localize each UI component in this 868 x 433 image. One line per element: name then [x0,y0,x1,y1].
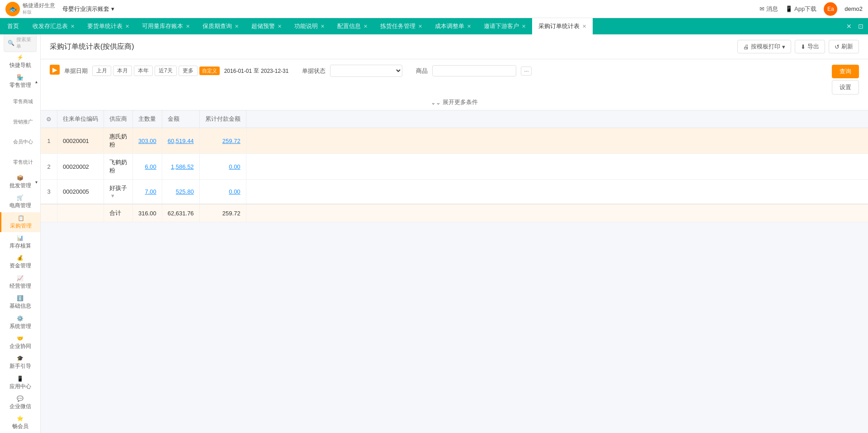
supplier-expand-icon[interactable]: ▾ [111,192,114,199]
tab-yaohuodantongjibiao[interactable]: 要货单统计表 ✕ [81,18,136,34]
sidebar-item-operations[interactable]: 📈 经营管理 [0,272,40,292]
row-paid[interactable]: 259.72 [199,128,246,154]
sidebar-item-app-center[interactable]: 📱 应用中心 [0,373,40,393]
tab-label: 配置信息 [337,22,361,30]
sidebar-item-search[interactable]: 🔍 搜索菜单 [0,34,40,52]
th-settings[interactable]: ⚙ [41,110,57,128]
tab-chengben[interactable]: 成本调整单 ✕ [429,18,477,34]
close-icon[interactable]: ✕ [71,24,75,29]
shortcut-more[interactable]: 更多 [179,66,198,76]
sidebar-item-purchase[interactable]: 📋 采购管理 [0,212,40,232]
logo-sub: 标版 [23,9,55,15]
goods-input[interactable] [432,65,516,76]
row-qty[interactable]: 6.00 [133,154,162,180]
user-avatar[interactable]: Ea [824,2,837,16]
table-header-row: ⚙ 往来单位编码 供应商 主数量 金额 [41,110,868,128]
nav-close-button[interactable]: ✕ [844,21,854,32]
settings-button[interactable]: 设置 [832,80,859,95]
expand-more-button[interactable]: ⌄⌄ 展开更多条件 [431,98,478,106]
row-amount[interactable]: 60,519.44 [162,128,199,154]
close-icon[interactable]: ✕ [418,24,422,29]
tab-gongneng[interactable]: 功能说明 ✕ [288,18,331,34]
close-icon[interactable]: ✕ [467,24,471,29]
sidebar-item-retail-stats[interactable]: 零售统计 [0,152,40,172]
close-icon[interactable]: ✕ [363,24,368,29]
tab-keyongliang[interactable]: 可用量库存账本 ✕ [136,18,196,34]
sidebar-item-membership[interactable]: 会员中心 [0,132,40,152]
filter-top-row: 单据日期 上月 本月 本年 近7天 更多 自定义 2016-01-01 至 [64,65,827,77]
row-code: 00020005 [57,180,104,205]
sidebar-item-inventory[interactable]: 📊 库存核算 [0,232,40,252]
row-index: 1 [41,128,57,154]
chevron-down-icon: ▾ [782,43,785,50]
new-guide-icon: 🎓 [17,355,24,362]
tab-caigoudan-active[interactable]: 采购订单统计表 ✕ [532,18,593,34]
row-paid[interactable]: 0.00 [199,180,246,205]
tab-label: 功能说明 [294,22,318,30]
close-icon[interactable]: ✕ [522,24,526,29]
export-button[interactable]: ⬇ 导出 [795,40,825,53]
tab-label: 超储预警 [251,22,275,30]
tab-home[interactable]: 首页 [0,18,26,34]
sidebar-item-new-guide[interactable]: 🎓 新手引导 [0,353,40,373]
header-actions: 🖨 按模板打印 ▾ ⬇ 导出 ↺ 刷新 [737,40,859,53]
query-button[interactable]: 查询 [832,65,859,78]
shortcut-this-year[interactable]: 本年 [134,66,153,76]
tab-shoufahuizonbiao[interactable]: 收发存汇总表 ✕ [26,18,81,34]
sidebar-item-label: 零售统计 [13,159,33,166]
logo-text-group: 畅捷通好生意 标版 [23,2,55,15]
tab-baozhouqi[interactable]: 保质期查询 ✕ [196,18,245,34]
nav-tabs: 首页 收发存汇总表 ✕ 要货单统计表 ✕ 可用量库存账本 ✕ 保质期查询 ✕ 超… [0,18,868,34]
goods-ellipsis-button[interactable]: ··· [521,67,532,76]
sidebar-item-shortcuts[interactable]: ⚡ 快捷导航 [0,52,40,71]
filter-toggle-button[interactable]: ▶ [50,65,60,75]
sidebar-item-finance[interactable]: 💰 资金管理 [0,252,40,272]
sidebar-item-retail-shop[interactable]: 零售商城 [0,92,40,112]
nav-restore-button[interactable]: ⊡ [855,21,866,32]
shortcut-7-days[interactable]: 近7天 [155,66,177,76]
tab-jianhuo[interactable]: 拣货任务管理 ✕ [374,18,429,34]
print-button[interactable]: 🖨 按模板打印 ▾ [737,40,791,53]
sidebar-item-marketing[interactable]: 营销推广 [0,112,40,132]
row-empty [246,128,868,154]
workspace-selector[interactable]: 母婴行业演示账套 ▾ [59,3,118,15]
close-icon[interactable]: ✕ [582,24,586,29]
status-select[interactable] [330,65,402,77]
shortcut-this-month[interactable]: 本月 [113,66,132,76]
close-icon[interactable]: ✕ [321,24,325,29]
export-label: 导出 [807,43,819,51]
user-name[interactable]: demo2 [844,5,863,12]
workspace-name: 母婴行业演示账套 [62,5,109,13]
sidebar-item-basic-info[interactable]: ℹ️ 基础信息 [0,293,40,313]
row-qty[interactable]: 7.00 [133,180,162,205]
chevron-up-icon: ▴ [35,79,38,84]
close-icon[interactable]: ✕ [125,24,129,29]
sidebar-item-enterprise[interactable]: 🤝 企业协同 [0,333,40,352]
shortcut-last-month[interactable]: 上月 [92,66,111,76]
message-button[interactable]: ✉ 消息 [760,5,778,13]
app-download-button[interactable]: 📱 App下载 [785,5,816,13]
row-paid[interactable]: 0.00 [199,154,246,180]
row-index: 2 [41,154,57,180]
sidebar-item-ecommerce[interactable]: 🛒 电商管理 [0,192,40,212]
refresh-button[interactable]: ↺ 刷新 [829,40,859,53]
row-qty[interactable]: 303.00 [133,128,162,154]
row-amount[interactable]: 1,586.52 [162,154,199,180]
tab-chaochuyu[interactable]: 超储预警 ✕ [245,18,288,34]
expand-more-row: ⌄⌄ 展开更多条件 [50,95,859,106]
footer-empty-2 [57,204,104,222]
close-icon[interactable]: ✕ [278,24,282,29]
row-supplier: 惠氏奶粉 [104,128,133,154]
close-icon[interactable]: ✕ [186,24,190,29]
sidebar-item-wechat[interactable]: 💬 企业微信 [0,393,40,413]
tab-peizhi[interactable]: 配置信息 ✕ [331,18,374,34]
sidebar-item-label: 应用中心 [9,383,31,390]
tab-yaoqing[interactable]: 邀请下游客户 ✕ [477,18,532,34]
row-amount[interactable]: 525.80 [162,180,199,205]
sidebar-item-vip[interactable]: ⭐ 畅会员 [0,413,40,433]
operations-icon: 📈 [17,275,24,281]
sidebar-item-wholesale[interactable]: 📦 批发管理 ▾ [0,172,40,192]
sidebar-item-retail[interactable]: 🏪 零售管理 ▴ [0,71,40,91]
close-icon[interactable]: ✕ [235,24,239,29]
sidebar-item-system[interactable]: ⚙️ 系统管理 [0,313,40,333]
